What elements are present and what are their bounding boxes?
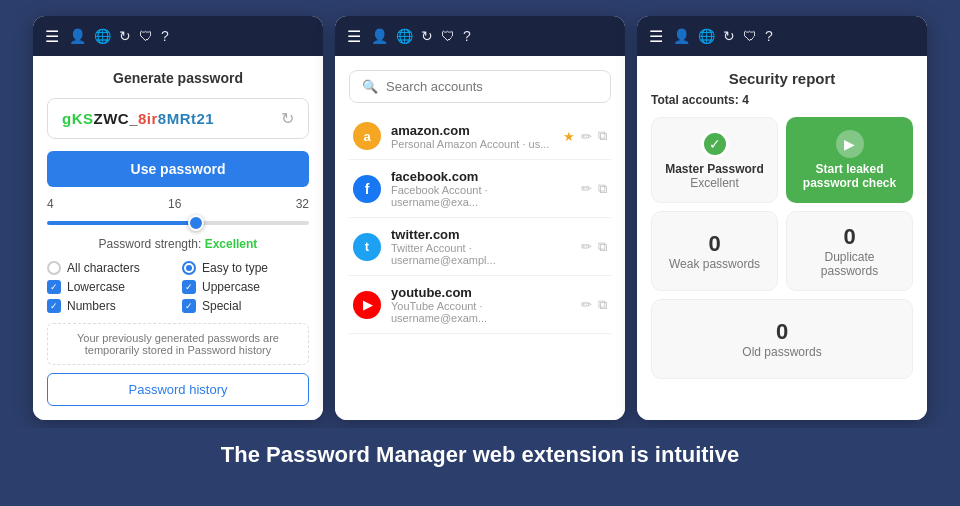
option-uppercase[interactable]: ✓ Uppercase [182, 280, 309, 294]
weak-passwords-label: Weak passwords [669, 257, 760, 271]
panel1-title: Generate password [47, 70, 309, 86]
length-max: 32 [296, 197, 309, 211]
panel2-header: ☰ 👤 🌐 ↻ 🛡 ? [335, 16, 625, 56]
refresh-header-icon-2: ↻ [421, 28, 433, 44]
password-green: gKS [62, 110, 94, 127]
slider-track [47, 221, 309, 225]
panel1-header-icons: 👤 🌐 ↻ 🛡 ? [69, 28, 169, 44]
master-password-card[interactable]: ✓ Master Password Excellent [651, 117, 778, 203]
search-input[interactable] [386, 79, 598, 94]
security-title: Security report [651, 70, 913, 87]
panel-generate-password: ☰ 👤 🌐 ↻ 🛡 ? Generate password gKSZWC_8ir… [33, 16, 323, 420]
total-accounts-value: 4 [742, 93, 749, 107]
twitter-name: twitter.com [391, 227, 571, 242]
globe-icon-2: 🌐 [396, 28, 413, 44]
leaked-play-icon: ▶ [836, 130, 864, 158]
length-slider[interactable] [47, 213, 309, 233]
option-lowercase[interactable]: ✓ Lowercase [47, 280, 174, 294]
option-special[interactable]: ✓ Special [182, 299, 309, 313]
account-item-amazon[interactable]: a amazon.com Personal Amazon Account · u… [349, 113, 611, 160]
hamburger-icon[interactable]: ☰ [45, 27, 59, 46]
radio-all-characters[interactable] [47, 261, 61, 275]
facebook-edit-icon[interactable]: ✏ [581, 181, 592, 196]
shield-icon-3: 🛡 [743, 28, 757, 44]
amazon-edit-icon[interactable]: ✏ [581, 129, 592, 144]
duplicate-passwords-label: Duplicate passwords [799, 250, 900, 278]
slider-thumb[interactable] [188, 215, 204, 231]
amazon-actions: ★ ✏ ⧉ [563, 128, 607, 144]
youtube-logo: ▶ [353, 291, 381, 319]
option-numbers-label: Numbers [67, 299, 116, 313]
weak-count: 0 [708, 231, 720, 257]
globe-icon-3: 🌐 [698, 28, 715, 44]
hamburger-icon-2[interactable]: ☰ [347, 27, 361, 46]
amazon-copy-icon[interactable]: ⧉ [598, 128, 607, 144]
amazon-star-icon[interactable]: ★ [563, 129, 575, 144]
account-item-twitter[interactable]: t twitter.com Twitter Account · username… [349, 218, 611, 276]
youtube-edit-icon[interactable]: ✏ [581, 297, 592, 312]
youtube-actions: ✏ ⧉ [581, 297, 607, 313]
old-count: 0 [776, 319, 788, 345]
facebook-copy-icon[interactable]: ⧉ [598, 181, 607, 197]
refresh-header-icon-3: ↻ [723, 28, 735, 44]
option-uppercase-label: Uppercase [202, 280, 260, 294]
facebook-logo: f [353, 175, 381, 203]
facebook-name: facebook.com [391, 169, 571, 184]
weak-passwords-card[interactable]: 0 Weak passwords [651, 211, 778, 291]
amazon-name: amazon.com [391, 123, 553, 138]
total-accounts: Total accounts: 4 [651, 93, 913, 107]
option-easy-to-type-label: Easy to type [202, 261, 268, 275]
bottom-banner: The Password Manager web extension is in… [0, 428, 960, 482]
total-accounts-label: Total accounts: [651, 93, 739, 107]
options-grid: All characters Easy to type ✓ Lowercase … [47, 261, 309, 313]
history-note: Your previously generated passwords are … [47, 323, 309, 365]
checkbox-numbers[interactable]: ✓ [47, 299, 61, 313]
length-mid: 16 [168, 197, 181, 211]
length-scale: 4 16 32 [47, 197, 309, 211]
password-red: 8ir [138, 110, 158, 127]
old-passwords-card[interactable]: 0 Old passwords [651, 299, 913, 379]
globe-icon: 🌐 [94, 28, 111, 44]
radio-easy-to-type[interactable] [182, 261, 196, 275]
amazon-logo: a [353, 122, 381, 150]
twitter-detail: Twitter Account · username@exampl... [391, 242, 571, 266]
option-all-characters[interactable]: All characters [47, 261, 174, 275]
leaked-password-card[interactable]: ▶ Start leaked password check [786, 117, 913, 203]
checkbox-uppercase[interactable]: ✓ [182, 280, 196, 294]
panels-row: ☰ 👤 🌐 ↻ 🛡 ? Generate password gKSZWC_8ir… [0, 0, 960, 428]
use-password-button[interactable]: Use password [47, 151, 309, 187]
password-history-button[interactable]: Password history [47, 373, 309, 406]
account-item-facebook[interactable]: f facebook.com Facebook Account · userna… [349, 160, 611, 218]
search-bar[interactable]: 🔍 [349, 70, 611, 103]
option-numbers[interactable]: ✓ Numbers [47, 299, 174, 313]
refresh-header-icon: ↻ [119, 28, 131, 44]
duplicate-count: 0 [843, 224, 855, 250]
twitter-copy-icon[interactable]: ⧉ [598, 239, 607, 255]
facebook-actions: ✏ ⧉ [581, 181, 607, 197]
password-text: gKSZWC_8ir8MRt21 [62, 110, 214, 127]
panel3-header-icons: 👤 🌐 ↻ 🛡 ? [673, 28, 773, 44]
amazon-info: amazon.com Personal Amazon Account · us.… [391, 123, 553, 150]
hamburger-icon-3[interactable]: ☰ [649, 27, 663, 46]
youtube-copy-icon[interactable]: ⧉ [598, 297, 607, 313]
checkbox-special[interactable]: ✓ [182, 299, 196, 313]
main-container: ☰ 👤 🌐 ↻ 🛡 ? Generate password gKSZWC_8ir… [0, 0, 960, 506]
twitter-info: twitter.com Twitter Account · username@e… [391, 227, 571, 266]
panel3-header: ☰ 👤 🌐 ↻ 🛡 ? [637, 16, 927, 56]
youtube-name: youtube.com [391, 285, 571, 300]
panel-search-accounts: ☰ 👤 🌐 ↻ 🛡 ? 🔍 a amazon.com [335, 16, 625, 420]
duplicate-passwords-card[interactable]: 0 Duplicate passwords [786, 211, 913, 291]
twitter-actions: ✏ ⧉ [581, 239, 607, 255]
facebook-detail: Facebook Account · username@exa... [391, 184, 571, 208]
option-special-label: Special [202, 299, 241, 313]
old-passwords-label: Old passwords [742, 345, 821, 359]
shield-icon: 🛡 [139, 28, 153, 44]
twitter-logo: t [353, 233, 381, 261]
twitter-edit-icon[interactable]: ✏ [581, 239, 592, 254]
option-easy-to-type[interactable]: Easy to type [182, 261, 309, 275]
master-password-label: Master Password [665, 162, 764, 176]
security-grid: ✓ Master Password Excellent ▶ Start leak… [651, 117, 913, 379]
checkbox-lowercase[interactable]: ✓ [47, 280, 61, 294]
password-refresh-icon[interactable]: ↻ [281, 109, 294, 128]
account-item-youtube[interactable]: ▶ youtube.com YouTube Account · username… [349, 276, 611, 334]
